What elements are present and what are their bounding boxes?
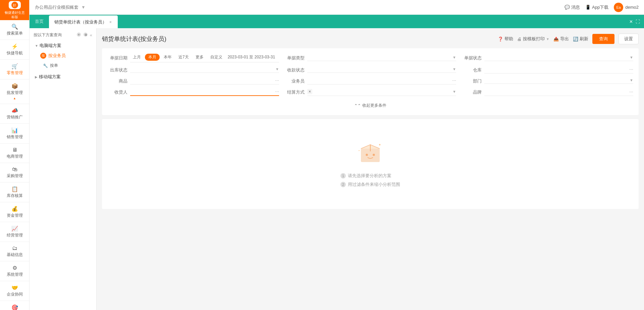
date-tab-custom[interactable]: 自定义 bbox=[208, 54, 225, 61]
help-label: 帮助 bbox=[504, 36, 513, 42]
sidebar-item-ecommerce[interactable]: 🖥 电商管理 bbox=[0, 144, 29, 163]
sidebar-item-purchase[interactable]: 🛍 采购管理 bbox=[0, 163, 29, 183]
doc-type-dropdown-icon: ▼ bbox=[452, 55, 456, 59]
export-button[interactable]: 📤 导出 bbox=[553, 36, 569, 42]
filter-date: 单据日期 上月 本月 本年 近7天 更多 自定义 2023-03-01 至 20… bbox=[107, 54, 279, 62]
help-icon: ❓ bbox=[498, 37, 503, 42]
tip-2-text: 用过滤条件来缩小分析范围 bbox=[348, 180, 400, 189]
date-label: 单据日期 bbox=[107, 55, 127, 61]
product-control[interactable]: ··· bbox=[130, 78, 279, 85]
workspace-dropdown-icon[interactable]: ▼ bbox=[81, 5, 86, 10]
sidebar-item-retail[interactable]: 🛒 零售管理 bbox=[0, 60, 29, 80]
template-print-button[interactable]: 🖨 按模板打印 ▼ bbox=[517, 36, 549, 42]
date-tab-this-year[interactable]: 本年 bbox=[161, 54, 174, 61]
app-download-button[interactable]: 📱 App下载 bbox=[585, 4, 608, 10]
tree-group-mobile-label: 移动端方案 bbox=[39, 74, 61, 80]
receipt-status-label: 收款状态 bbox=[284, 67, 305, 73]
warehouse-dots-icon: ··· bbox=[629, 66, 633, 72]
brand-dots-icon: ··· bbox=[629, 89, 633, 94]
print-icon: 🖨 bbox=[517, 37, 522, 42]
date-tab-this-month[interactable]: 本月 bbox=[145, 54, 160, 61]
department-control[interactable]: ▼ bbox=[484, 78, 633, 84]
filter-row-3: 商品 ··· 业务员 ··· 部门 bbox=[107, 78, 633, 85]
refresh-button[interactable]: 🔄 刷新 bbox=[573, 36, 588, 42]
sidebar-label-wholesale: 批发管理 bbox=[2, 90, 28, 96]
sidebar-item-operations[interactable]: 📈 经营管理 bbox=[0, 222, 29, 242]
user-label: demo2 bbox=[625, 5, 639, 10]
avatar: Ea bbox=[614, 3, 623, 12]
sidebar-item-system[interactable]: ⚙ 系统管理 bbox=[0, 261, 29, 281]
tab-close-button[interactable]: × bbox=[109, 20, 112, 24]
salesperson-dots-icon: ··· bbox=[452, 78, 456, 83]
empty-tips: 1 请先选择要分析的方案 2 用过滤条件来缩小分析范围 bbox=[340, 171, 400, 189]
doc-status-control[interactable]: ▼ bbox=[484, 55, 633, 61]
sidebar-label-enterprise: 企业协同 bbox=[2, 292, 28, 297]
sidebar-label-system: 系统管理 bbox=[2, 272, 28, 277]
tab-close-icon[interactable]: ✕ bbox=[629, 19, 633, 24]
sidebar-item-marketing[interactable]: 📣 营销推广 bbox=[0, 104, 29, 124]
sidebar-item-base[interactable]: 🗂 基础信息 bbox=[0, 242, 29, 261]
sidebar-item-shortcut[interactable]: ⚡ 快捷导航 bbox=[0, 40, 29, 60]
svg-point-8 bbox=[366, 154, 368, 156]
sidebar-item-enterprise[interactable]: 🤝 企业协同 bbox=[0, 281, 29, 301]
salesperson-label: 业务员 bbox=[284, 78, 305, 84]
settlement-control[interactable]: × ▼ bbox=[307, 89, 456, 96]
receipt-status-control[interactable]: ▼ bbox=[307, 67, 456, 73]
sidebar-item-search[interactable]: 🔍 搜索菜单 bbox=[0, 20, 29, 40]
svg-point-9 bbox=[373, 154, 375, 156]
filter-salesperson: 业务员 ··· bbox=[284, 78, 456, 85]
date-range-value: 2023-03-01 至 2023-03-31 bbox=[228, 54, 275, 60]
top-header: 办公用品行业模拟账套 ▼ 💬 消息 📱 App下载 Ea demo2 bbox=[30, 0, 644, 15]
help-button[interactable]: ❓ 帮助 bbox=[498, 36, 513, 42]
receiver-dots-icon: ··· bbox=[275, 89, 279, 94]
tab-home[interactable]: 首页 bbox=[30, 15, 49, 28]
sidebar-label-search: 搜索菜单 bbox=[2, 31, 28, 36]
query-button[interactable]: 查询 bbox=[592, 34, 614, 44]
tree-group-desktop-header[interactable]: ▼ 电脑端方案 bbox=[32, 41, 94, 51]
panel-add-button[interactable]: + bbox=[76, 32, 81, 38]
panel-settings-button[interactable]: ⚙ bbox=[83, 32, 88, 38]
tree-sub-item-by-order[interactable]: 🔧 按单 bbox=[32, 61, 94, 70]
user-menu-button[interactable]: Ea demo2 bbox=[614, 3, 639, 12]
empty-tip-1: 1 请先选择要分析的方案 bbox=[340, 171, 400, 180]
date-tab-last-month[interactable]: 上月 bbox=[130, 54, 144, 61]
warehouse-control[interactable]: ··· bbox=[484, 66, 633, 73]
retail-nav-icon: 🛒 bbox=[2, 63, 28, 69]
brand-control[interactable]: ··· bbox=[484, 89, 633, 96]
filter-settlement: 结算方式 × ▼ bbox=[284, 89, 456, 96]
active-tab-label: 销货单统计表（按业务员） bbox=[54, 19, 107, 25]
tab-bar: 首页 销货单统计表（按业务员） × ✕ ⛶ bbox=[30, 15, 644, 28]
message-button[interactable]: 💬 消息 bbox=[565, 4, 580, 10]
tab-active[interactable]: 销货单统计表（按业务员） × bbox=[49, 15, 118, 29]
sidebar-item-newbie[interactable]: 🎯 新手引导 bbox=[0, 301, 29, 310]
sidebar-item-inventory[interactable]: 📋 库存核算 bbox=[0, 183, 29, 202]
filter-receiver: 收货人 ··· bbox=[107, 89, 279, 96]
inventory-nav-icon: 📋 bbox=[2, 186, 28, 192]
filter-department: 部门 ▼ bbox=[462, 78, 633, 84]
date-tab-last-7[interactable]: 近7天 bbox=[176, 54, 192, 61]
sidebar-label-shortcut: 快捷导航 bbox=[2, 50, 28, 56]
out-status-control[interactable]: ▼ bbox=[130, 67, 279, 73]
receiver-control[interactable]: ··· bbox=[130, 89, 279, 96]
sidebar-item-sales[interactable]: 📊 销售管理 bbox=[0, 124, 29, 144]
tree-group-mobile-header[interactable]: ▶ 移动端方案 bbox=[32, 72, 94, 82]
doc-type-control[interactable]: ▼ bbox=[307, 55, 456, 61]
sidebar-item-wholesale[interactable]: 📦 批发管理 ▲ bbox=[0, 80, 29, 104]
doc-type-label: 单据类型 bbox=[284, 55, 305, 61]
sidebar-item-finance[interactable]: 💰 资金管理 bbox=[0, 202, 29, 222]
salesperson-control[interactable]: ··· bbox=[307, 78, 456, 85]
settings-button[interactable]: 设置 bbox=[619, 34, 639, 44]
collapse-button[interactable]: ⌃⌃ 收起更多条件 bbox=[354, 103, 386, 108]
tree-item-by-salesperson[interactable]: 按 按业务员 bbox=[32, 51, 94, 61]
page-title: 销货单统计表(按业务员) bbox=[102, 35, 166, 43]
tab-maximize-icon[interactable]: ⛶ bbox=[636, 19, 640, 24]
ecommerce-nav-icon: 🖥 bbox=[2, 147, 28, 153]
doc-status-label: 单据状态 bbox=[462, 55, 482, 61]
date-tab-more[interactable]: 更多 bbox=[193, 54, 206, 61]
panel-collapse-button[interactable]: « bbox=[90, 33, 92, 38]
tree-arrow-mobile: ▶ bbox=[35, 75, 38, 79]
home-tab-label: 首页 bbox=[35, 18, 44, 24]
sidebar-label-inventory: 库存核算 bbox=[2, 193, 28, 199]
brand-label: 品牌 bbox=[462, 89, 482, 95]
settlement-x-icon[interactable]: × bbox=[309, 89, 311, 94]
